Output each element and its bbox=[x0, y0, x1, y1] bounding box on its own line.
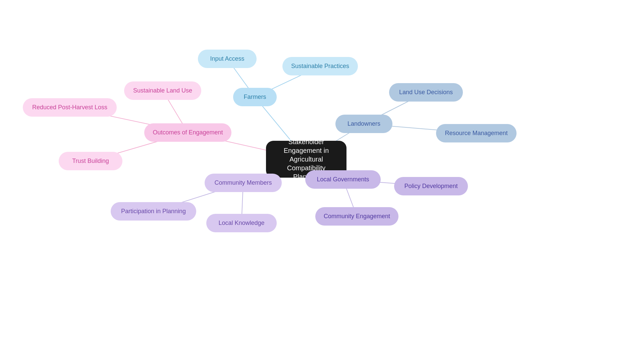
local-knowledge-label: Local Knowledge bbox=[218, 219, 264, 227]
sustainable-practices-label: Sustainable Practices bbox=[291, 62, 349, 70]
landowners-label: Landowners bbox=[347, 120, 380, 128]
local-govts-node: Local Governments bbox=[305, 170, 381, 189]
sustainable-land-label: Sustainable Land Use bbox=[133, 87, 192, 95]
land-use-label: Land Use Decisions bbox=[399, 88, 453, 96]
trust-building-node: Trust Building bbox=[59, 152, 122, 170]
sustainable-land-node: Sustainable Land Use bbox=[124, 81, 201, 100]
farmers-node: Farmers bbox=[233, 88, 277, 106]
policy-dev-label: Policy Development bbox=[404, 182, 458, 190]
sustainable-practices-node: Sustainable Practices bbox=[282, 57, 358, 75]
landowners-node: Landowners bbox=[335, 115, 392, 133]
resource-mgmt-label: Resource Management bbox=[445, 129, 507, 137]
reduced-harvest-label: Reduced Post-Harvest Loss bbox=[32, 104, 107, 111]
trust-building-label: Trust Building bbox=[72, 157, 109, 165]
participation-node: Participation in Planning bbox=[111, 202, 196, 221]
reduced-harvest-node: Reduced Post-Harvest Loss bbox=[23, 98, 117, 117]
farmers-label: Farmers bbox=[244, 93, 266, 101]
input-access-node: Input Access bbox=[198, 50, 257, 68]
policy-dev-node: Policy Development bbox=[394, 177, 468, 195]
outcomes-node: Outcomes of Engagement bbox=[144, 123, 231, 142]
community-eng-node: Community Engagement bbox=[315, 207, 398, 226]
input-access-label: Input Access bbox=[210, 55, 244, 63]
local-knowledge-node: Local Knowledge bbox=[206, 214, 277, 232]
community-members-label: Community Members bbox=[214, 179, 272, 187]
outcomes-label: Outcomes of Engagement bbox=[153, 129, 223, 136]
participation-label: Participation in Planning bbox=[121, 207, 186, 215]
community-eng-label: Community Engagement bbox=[324, 213, 390, 220]
land-use-node: Land Use Decisions bbox=[389, 83, 463, 102]
local-govts-label: Local Governments bbox=[317, 176, 369, 183]
resource-mgmt-node: Resource Management bbox=[436, 124, 517, 142]
community-members-node: Community Members bbox=[205, 174, 282, 192]
